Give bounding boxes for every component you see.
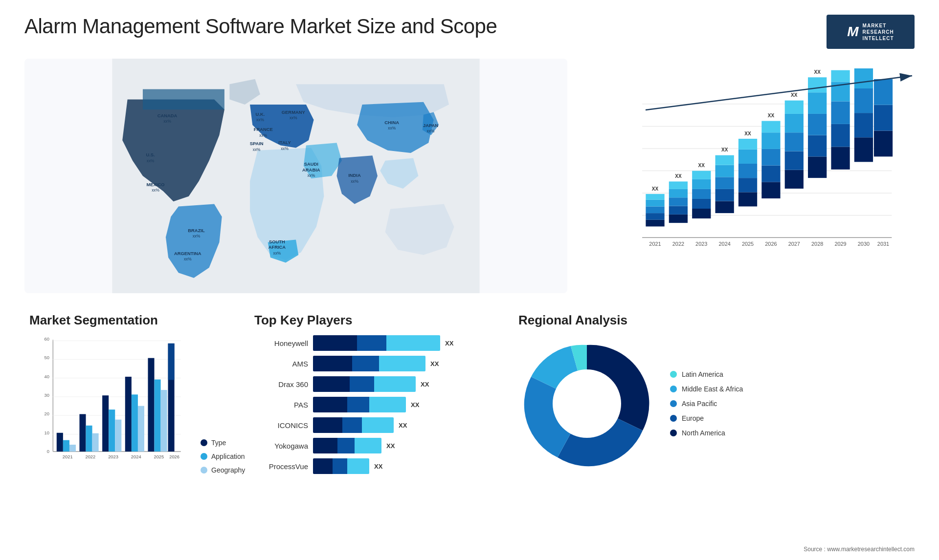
svg-rect-86 bbox=[785, 151, 804, 170]
svg-text:2024: 2024 bbox=[719, 241, 731, 247]
svg-text:U.K.: U.K. bbox=[256, 111, 265, 117]
svg-text:2026: 2026 bbox=[765, 241, 777, 247]
svg-rect-94 bbox=[808, 114, 827, 135]
svg-rect-57 bbox=[692, 209, 711, 218]
svg-text:2023: 2023 bbox=[695, 241, 707, 247]
svg-text:SAUDI: SAUDI bbox=[304, 161, 318, 167]
svg-rect-138 bbox=[92, 433, 99, 452]
svg-text:2023: 2023 bbox=[108, 454, 118, 459]
svg-rect-134 bbox=[69, 445, 76, 452]
svg-text:xx%: xx% bbox=[307, 173, 315, 178]
svg-text:ARABIA: ARABIA bbox=[302, 167, 320, 172]
svg-text:2026: 2026 bbox=[169, 454, 179, 459]
svg-text:2031: 2031 bbox=[877, 241, 889, 247]
legend-asia-pacific: Asia Pacific bbox=[670, 400, 743, 408]
svg-text:xx%: xx% bbox=[152, 188, 159, 193]
svg-text:xx%: xx% bbox=[351, 179, 358, 184]
svg-rect-47 bbox=[646, 194, 664, 200]
dot-latin-america bbox=[670, 371, 677, 378]
svg-rect-72 bbox=[738, 178, 757, 192]
segmentation-chart-svg: 0 10 20 30 40 50 60 bbox=[29, 335, 191, 472]
legend-dot-application bbox=[201, 453, 207, 460]
svg-text:xx%: xx% bbox=[184, 257, 192, 261]
svg-rect-67 bbox=[715, 165, 734, 177]
svg-rect-102 bbox=[831, 82, 850, 101]
svg-text:2029: 2029 bbox=[834, 241, 846, 247]
page-title: Alarm Management Software Market Size an… bbox=[24, 15, 497, 38]
svg-text:CHINA: CHINA bbox=[384, 120, 399, 125]
svg-rect-96 bbox=[808, 77, 827, 92]
player-row-processvue: ProcessVue XX bbox=[254, 458, 489, 474]
svg-rect-146 bbox=[138, 406, 144, 452]
players-list: Honeywell XX AMS bbox=[254, 335, 489, 474]
dot-asia-pacific bbox=[670, 400, 677, 407]
svg-text:XX: XX bbox=[768, 113, 775, 118]
donut-chart-svg bbox=[518, 335, 655, 472]
legend-geography: Geography bbox=[201, 466, 245, 474]
svg-rect-51 bbox=[669, 206, 688, 215]
svg-text:XX: XX bbox=[814, 69, 821, 75]
svg-rect-148 bbox=[148, 358, 154, 452]
svg-text:xx%: xx% bbox=[147, 158, 155, 163]
legend-dot-type bbox=[201, 439, 207, 446]
svg-rect-60 bbox=[692, 179, 711, 189]
svg-text:20: 20 bbox=[44, 411, 49, 416]
svg-rect-108 bbox=[854, 88, 873, 113]
svg-rect-112 bbox=[874, 131, 893, 157]
svg-rect-61 bbox=[692, 171, 711, 179]
svg-text:GERMANY: GERMANY bbox=[282, 109, 306, 115]
svg-rect-54 bbox=[669, 181, 688, 189]
svg-rect-92 bbox=[808, 156, 827, 178]
svg-rect-137 bbox=[86, 426, 92, 452]
svg-rect-74 bbox=[738, 150, 757, 164]
legend-application: Application bbox=[201, 452, 245, 460]
svg-rect-53 bbox=[669, 189, 688, 197]
svg-rect-141 bbox=[109, 409, 115, 452]
svg-rect-81 bbox=[761, 132, 780, 149]
svg-rect-52 bbox=[669, 197, 688, 206]
svg-rect-73 bbox=[738, 164, 757, 178]
svg-text:INDIA: INDIA bbox=[348, 172, 361, 178]
svg-rect-99 bbox=[831, 147, 850, 169]
svg-text:2024: 2024 bbox=[131, 454, 141, 459]
page-container: Alarm Management Software Market Size an… bbox=[0, 0, 939, 560]
regional-title: Regional Analysis bbox=[518, 313, 910, 328]
svg-rect-95 bbox=[808, 92, 827, 114]
svg-text:JAPAN: JAPAN bbox=[423, 123, 438, 128]
svg-rect-93 bbox=[808, 135, 827, 157]
svg-rect-101 bbox=[831, 101, 850, 124]
svg-text:SPAIN: SPAIN bbox=[250, 141, 264, 146]
top-section: CANADA xx% U.S. xx% MEXICO xx% BRAZIL xx… bbox=[24, 59, 915, 293]
svg-text:60: 60 bbox=[44, 337, 49, 342]
svg-rect-140 bbox=[102, 395, 109, 452]
svg-text:xx%: xx% bbox=[253, 147, 261, 152]
svg-text:BRAZIL: BRAZIL bbox=[188, 228, 205, 233]
growth-bar-chart: XX 2021 XX 2022 XX bbox=[582, 59, 915, 293]
svg-text:FRANCE: FRANCE bbox=[254, 127, 273, 132]
svg-rect-103 bbox=[831, 70, 850, 82]
svg-rect-59 bbox=[692, 189, 711, 199]
header: Alarm Management Software Market Size an… bbox=[24, 15, 915, 49]
svg-text:2025: 2025 bbox=[742, 241, 754, 247]
svg-text:SOUTH: SOUTH bbox=[269, 239, 285, 244]
svg-rect-149 bbox=[155, 380, 161, 452]
legend-north-america: North America bbox=[670, 429, 743, 437]
svg-rect-50 bbox=[669, 215, 688, 223]
bottom-section: Market Segmentation 0 10 20 30 40 5 bbox=[24, 308, 915, 513]
legend-type: Type bbox=[201, 439, 245, 447]
svg-rect-132 bbox=[57, 433, 63, 452]
svg-rect-78 bbox=[761, 182, 780, 198]
player-row-honeywell: Honeywell XX bbox=[254, 335, 489, 351]
svg-text:XX: XX bbox=[652, 186, 659, 192]
svg-rect-142 bbox=[115, 420, 121, 452]
svg-rect-153 bbox=[168, 344, 175, 380]
svg-rect-113 bbox=[874, 105, 893, 131]
svg-text:0: 0 bbox=[47, 449, 49, 454]
svg-rect-100 bbox=[831, 124, 850, 147]
svg-rect-46 bbox=[646, 200, 664, 207]
player-row-ams: AMS XX bbox=[254, 356, 489, 371]
player-row-yokogawa: Yokogawa XX bbox=[254, 438, 489, 453]
player-row-drax: Drax 360 XX bbox=[254, 376, 489, 392]
logo-text: MARKET RESEARCH INTELLECT bbox=[863, 22, 894, 42]
svg-text:U.S.: U.S. bbox=[146, 152, 155, 157]
